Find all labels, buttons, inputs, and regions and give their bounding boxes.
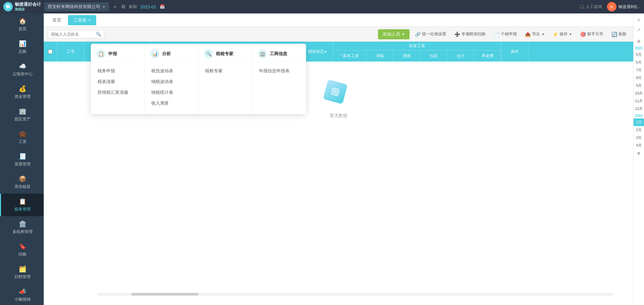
year-nav-down[interactable]: ▼	[635, 149, 643, 158]
tax-return-label: 个税申报	[501, 31, 517, 37]
year-2024-label: 2024	[635, 114, 642, 118]
sidebar-item-invoice[interactable]: 🧾 发票管理	[0, 149, 44, 171]
sidebar-item-label-home: 首页	[18, 26, 27, 32]
dropdown-item-tax-burden[interactable]: 税负波动表	[150, 66, 193, 76]
sidebar-item-assets[interactable]: 🏢 固定资产	[0, 104, 44, 126]
logo-icon: 畅	[3, 2, 13, 11]
month-nov-2023[interactable]: 11月	[634, 97, 644, 105]
sidebar-item-home[interactable]: 🏠 首页	[0, 13, 44, 36]
sidebar-item-label-invoice: 发票管理	[14, 161, 31, 167]
period-value[interactable]: 2023-01	[140, 4, 156, 9]
tax-return-button[interactable]: 📄 个税申报	[491, 30, 520, 38]
month-aug-2023[interactable]: 8月	[634, 74, 644, 82]
search-box[interactable]: 🔍	[48, 30, 104, 38]
settings-icon[interactable]: ⚙	[121, 4, 125, 10]
user-info[interactable]: 头 畅捷通B组...	[607, 2, 641, 11]
refresh-icon: 🔄	[611, 32, 617, 37]
operations-button[interactable]: ⚡ 操作 ▼	[550, 30, 575, 38]
year-nav-up[interactable]: ▲	[635, 36, 643, 45]
dropdown-item-tax-declaration[interactable]: 税务申报	[96, 66, 139, 76]
th-employee-id: 工号	[57, 42, 84, 62]
company-selector[interactable]: 西安虾米网络科技有限公司 ▼	[44, 2, 109, 11]
social-security-icon: 🔗	[415, 32, 421, 37]
th-checkbox[interactable]	[44, 42, 57, 62]
sidebar-item-tax[interactable]: 📋 税务管理	[0, 194, 44, 216]
app-name: 畅捷通好会计	[15, 2, 41, 7]
month-feb-2024[interactable]: 2月	[634, 126, 644, 134]
search-input[interactable]	[51, 32, 94, 37]
add-company-button[interactable]: ＋	[112, 3, 118, 10]
calendar-icon[interactable]: 📅	[160, 4, 165, 9]
sidebar-item-payroll[interactable]: 💼 工资	[0, 126, 44, 149]
dropdown-item-annual-tax[interactable]: 所得税汇算清缴	[96, 87, 139, 98]
right-panel: × ⤢ ▲ 2023 5月 6月 7月 8月 9月 10月 11月 12月 20…	[633, 13, 644, 305]
sidebar-item-multi-org[interactable]: 🏛️ 多机构管理	[0, 216, 44, 239]
sidebar-item-funds[interactable]: 💰 资金管理	[0, 81, 44, 104]
business-col-icon: 🏢	[258, 49, 267, 59]
add-person-button[interactable]: 添加人员 ▼	[378, 29, 410, 39]
tab-close-icon[interactable]: ×	[88, 18, 91, 23]
dropdown-col-declaration: 📋 申报 税务申报 税表清册 所得税汇算清缴	[91, 44, 145, 114]
sidebar-item-cloud-report[interactable]: ☁️ 云报表中心	[0, 59, 44, 81]
sidebar-item-general-ledger[interactable]: 📊 总账	[0, 36, 44, 59]
month-sep-2023[interactable]: 9月	[634, 82, 644, 89]
search-icon: 🔍	[96, 32, 101, 37]
expense-icon: 📣	[19, 288, 26, 295]
tab-payroll[interactable]: 工资表 ×	[68, 15, 96, 25]
service-label: 人工咨询	[586, 4, 602, 10]
right-panel-close[interactable]: ×	[635, 16, 643, 24]
dropdown-item-tax-stats[interactable]: 纳税统计表	[150, 87, 193, 98]
th-deduction: 扣款	[420, 50, 447, 62]
month-may-2023[interactable]: 5月	[634, 51, 644, 59]
sidebar-item-expense[interactable]: 📣 小畅报销	[0, 284, 44, 305]
export-button[interactable]: 📤 导出 ▼	[522, 30, 547, 38]
sidebar-item-inventory[interactable]: 📦 库存核算	[0, 171, 44, 194]
dropdown-grid: 📋 申报 税务申报 税表清册 所得税汇算清缴 📊 分析 税负波动表 纳税波动表 …	[91, 44, 306, 114]
th-total: 合计	[447, 50, 474, 62]
special-deduction-button[interactable]: ➕ 专项附加扣除	[452, 30, 488, 38]
dropdown-item-tax-fluctuation[interactable]: 纳税波动表	[150, 76, 193, 87]
guide-button[interactable]: 🎯 新手引导	[577, 30, 606, 38]
month-dec-2023[interactable]: 12月	[634, 105, 644, 113]
tab-home[interactable]: 首页	[47, 15, 67, 25]
dropdown-item-tax-expert[interactable]: 税检专家	[204, 66, 247, 76]
tax-return-icon: 📄	[494, 32, 499, 37]
close-account-icon: 🔖	[19, 243, 26, 250]
toolbar: 🔍 添加人员 ▼ 🔗 统一社保设置 ➕ 专项附加扣除 📄 个税申报 📤 导出	[44, 27, 633, 42]
dropdown-col-header-tax-expert: 🔍 税检专家	[204, 49, 247, 62]
tab-home-label: 首页	[52, 17, 61, 23]
horizontal-scrollbar[interactable]	[91, 290, 620, 298]
scrollbar-thumb[interactable]	[131, 293, 198, 296]
submit-filter-icon[interactable]: ▼	[324, 50, 327, 53]
service-button[interactable]: 🎧 人工咨询	[579, 4, 602, 10]
multi-org-icon: 🏛️	[19, 220, 26, 228]
dropdown-item-annual-report[interactable]: 年报信息申报表	[258, 66, 301, 76]
sidebar-item-close-account[interactable]: 🔖 结账	[0, 239, 44, 261]
th-group-payable-cells: * 基本工资 津贴 绩效 扣款 合计	[333, 50, 501, 62]
top-bar: 畅 畅捷通好会计 旗舰版 西安虾米网络科技有限公司 ▼ ＋ ⚙ 账期 2023-…	[0, 0, 644, 13]
social-security-button[interactable]: 🔗 统一社保设置	[412, 30, 449, 38]
special-deduction-icon: ➕	[454, 32, 460, 37]
sidebar-item-archive[interactable]: 🗂️ 归档管理	[0, 261, 44, 284]
operations-label: 操作	[560, 31, 568, 37]
month-jun-2023[interactable]: 6月	[634, 59, 644, 66]
dropdown-item-tax-table[interactable]: 税表清册	[96, 76, 139, 87]
right-panel-maximize[interactable]: ⤢	[635, 26, 643, 34]
refresh-button[interactable]: 🔄 刷新	[609, 30, 629, 38]
select-all-checkbox[interactable]	[48, 49, 52, 54]
month-apr-2024[interactable]: 4月	[634, 142, 644, 149]
th-group-payable: 应发工资 * 基本工资 津贴 绩效 扣款	[333, 42, 501, 62]
month-mar-2024[interactable]: 3月	[634, 134, 644, 142]
month-jul-2023[interactable]: 7月	[634, 66, 644, 74]
sidebar-item-label-payroll: 工资	[18, 139, 27, 145]
add-btn-arrow: ▼	[402, 32, 405, 36]
dropdown-item-income-estimate[interactable]: 收入测算	[150, 98, 193, 109]
business-col-title: 工商信息	[270, 51, 287, 57]
month-jan-2024[interactable]: 1月	[634, 118, 644, 126]
company-name: 西安虾米网络科技有限公司	[48, 4, 100, 10]
home-icon: 🏠	[19, 17, 26, 25]
th-pension: 养老费	[474, 50, 501, 62]
month-oct-2023[interactable]: 10月	[634, 89, 644, 97]
sidebar-item-label-archive: 归档管理	[14, 274, 31, 280]
payroll-icon: 💼	[19, 130, 26, 138]
